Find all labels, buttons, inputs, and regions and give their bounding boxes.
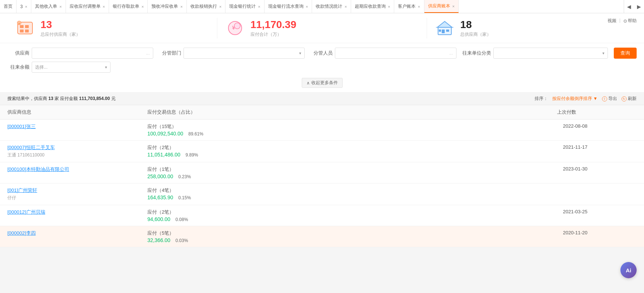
table-row-inner: [001]广州荣轩 仔仔 应付（4笔） 164,635.90 0.15% — [0, 183, 644, 205]
export-button[interactable]: ⇧ 导出 — [602, 96, 617, 102]
refresh-button[interactable]: ↻ 刷新 — [622, 96, 637, 102]
category-label: 往来单位分类 — [462, 50, 491, 56]
svg-point-9 — [234, 23, 240, 29]
close-icon[interactable]: × — [418, 4, 420, 9]
sort-select[interactable]: 按应付余额倒序排序 ▼ — [552, 96, 598, 102]
svg-rect-4 — [25, 30, 29, 32]
nav-tab-overdue[interactable]: 超期应收款查询 × — [351, 0, 394, 13]
dept-label: 分管部门 — [159, 50, 181, 56]
payable-amount[interactable]: 94,600.00 — [147, 216, 170, 222]
nav-tab-home[interactable]: 首页 — [0, 0, 17, 13]
result-actions: 排序： 按应付余额倒序排序 ▼ ⇧ 导出 ↻ 刷新 — [535, 96, 637, 102]
nav-tab-cash-stat-label: 现金银行统计 — [229, 3, 256, 10]
balance-label: 往来余额 — [7, 64, 29, 70]
table-row-inner: [000007]恒旺二手叉车 王通 17106110000 应付（2笔） 11,… — [0, 141, 644, 162]
collapse-label: 收起更多条件 — [311, 80, 338, 86]
svg-rect-3 — [20, 30, 24, 32]
close-icon[interactable]: × — [59, 4, 62, 9]
sort-value: 按应付余额倒序排序 — [552, 96, 592, 101]
supplier-input[interactable]: ... — [32, 48, 153, 59]
nav-tab-collection[interactable]: 收款核销执行 × — [187, 0, 225, 13]
payable-label: 应付（2笔） — [147, 209, 563, 216]
total-payable-amount-label: 应付合计（万） — [251, 31, 297, 38]
close-icon[interactable]: × — [258, 4, 260, 9]
close-icon[interactable]: × — [180, 4, 182, 9]
supplier-sub: 王通 17106110000 — [7, 152, 147, 158]
supplier-link[interactable]: [000002]李四 — [7, 230, 147, 237]
payable-amount[interactable]: 100,092,540.00 — [147, 131, 183, 137]
nav-tab-customer-ledger-label: 客户账本 — [398, 3, 416, 10]
chevron-down-icon: ▾ — [105, 65, 107, 70]
summary-card-amount: ¥ 11,170.39 应付合计（万） — [217, 18, 427, 38]
close-icon[interactable]: × — [306, 4, 308, 9]
person-input[interactable]: ... — [335, 48, 456, 59]
nav-tab-other-income[interactable]: 其他收入单 × — [31, 0, 66, 13]
close-icon[interactable]: × — [388, 4, 390, 9]
payable-label: 应付（5笔） — [147, 230, 563, 237]
result-bar: 搜索结果中，供应商 13 家 应付金额 111,703,854.00 元 排序：… — [0, 93, 644, 105]
balance-placeholder: 选择... — [35, 64, 48, 70]
category-select[interactable]: ▾ — [493, 48, 608, 59]
nav-tab-supplier-ledger-label: 供应商账本 — [428, 3, 450, 9]
scrollbar-spacer — [631, 109, 637, 116]
supplier-link[interactable]: [001]广州荣轩 — [7, 187, 147, 194]
collapse-button[interactable]: ∧ 收起更多条件 — [302, 78, 343, 88]
top-right-links: 视频 | ⊙ 帮助 — [608, 18, 637, 24]
help-link[interactable]: ⊙ 帮助 — [623, 18, 637, 24]
table-row: [000012]广州贝瑞 应付（2笔） 94,600.00 0.08% 2021… — [0, 205, 644, 226]
supplier-link[interactable]: [000012]广州贝瑞 — [7, 209, 147, 216]
video-link[interactable]: 视频 — [608, 18, 616, 24]
store-icon — [434, 18, 455, 38]
nav-tab-advance[interactable]: 预收冲应收单 × — [148, 0, 186, 13]
payable-amount[interactable]: 164,635.90 — [147, 194, 173, 200]
payable-row: 164,635.90 0.15% — [147, 194, 563, 200]
table-row-inner: [000012]广州贝瑞 应付（2笔） 94,600.00 0.08% 2021… — [0, 205, 644, 226]
svg-rect-13 — [446, 30, 449, 32]
person-label: 分管人员 — [311, 50, 333, 56]
table-header: 供应商信息 应付交易信息（占比） 上次付数 — [0, 105, 644, 120]
export-label: 导出 — [608, 96, 617, 102]
supplier-link[interactable]: [000100]本特勤油品有限公司 — [7, 166, 147, 173]
nav-tab-supplier-ledger[interactable]: 供应商账本 × — [424, 0, 459, 13]
supplier-link[interactable]: [000007]恒旺二手叉车 — [7, 144, 147, 151]
payable-amount[interactable]: 258,000.00 — [147, 173, 173, 179]
dept-select[interactable]: ▾ — [183, 48, 305, 59]
nav-prev-button[interactable]: ◀ — [624, 0, 634, 13]
header-payable: 应付交易信息（占比） — [147, 109, 557, 116]
nav-tab-ar-adjust[interactable]: 应收应付调整单 × — [66, 0, 109, 13]
close-icon[interactable]: × — [141, 4, 144, 9]
total-suppliers-label: 总供应商（家） — [460, 31, 491, 38]
nav-next-button[interactable]: ▶ — [634, 0, 644, 13]
payable-amount[interactable]: 11,051,486.00 — [147, 152, 181, 158]
refresh-label: 刷新 — [628, 96, 637, 102]
nav-tab-overdue-label: 超期应收款查询 — [355, 3, 386, 10]
payable-amount[interactable]: 32,366.00 — [147, 237, 170, 243]
lastpay-cell: 2023-01-30 — [563, 166, 637, 172]
close-icon[interactable]: × — [344, 4, 347, 9]
lastpay-cell: 2020-11-20 — [563, 230, 637, 235]
nav-tab-cash-stat[interactable]: 现金银行统计 × — [225, 0, 264, 13]
supplier-cell: [000012]广州贝瑞 — [7, 209, 147, 216]
top-nav: 首页 3 × 其他收入单 × 应收应付调整单 × 银行存取款单 × 预收冲应收单… — [0, 0, 644, 13]
nav-tab-cash-flow[interactable]: 现金银行流水查询 × — [265, 0, 312, 13]
nav-tab-bank-deposit[interactable]: 银行存取款单 × — [109, 0, 148, 13]
close-icon[interactable]: × — [219, 4, 221, 9]
nav-tab-3[interactable]: 3 × — [17, 0, 31, 13]
nav-tab-collection-stat[interactable]: 收款情况统计 × — [312, 0, 351, 13]
payable-cell: 应付（4笔） 164,635.90 0.15% — [147, 187, 563, 200]
balance-select[interactable]: 选择... ▾ — [32, 62, 111, 73]
payable-percent: 0.23% — [178, 174, 191, 179]
nav-tab-customer-ledger[interactable]: 客户账本 × — [394, 0, 424, 13]
payable-label: 应付（2笔） — [147, 144, 563, 151]
divider: | — [619, 18, 620, 24]
close-icon[interactable]: × — [25, 4, 27, 9]
summary-content-amount: 11,170.39 应付合计（万） — [251, 18, 297, 38]
close-icon[interactable]: × — [103, 4, 105, 9]
supplier-icon: ¥ — [15, 18, 35, 38]
help-icon: ⊙ — [623, 18, 627, 24]
supplier-link[interactable]: [000001]张三 — [7, 123, 147, 130]
payable-row: 32,366.00 0.03% — [147, 237, 563, 243]
close-icon[interactable]: × — [452, 4, 455, 8]
query-button[interactable]: 查询 — [614, 48, 637, 59]
nav-tab-3-label: 3 — [20, 4, 23, 9]
